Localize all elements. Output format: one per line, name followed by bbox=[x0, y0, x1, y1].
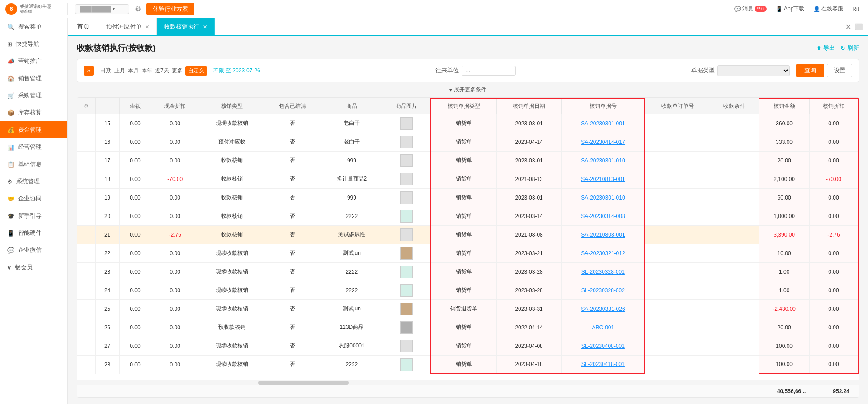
cell-verify-bill-date: 2023-03-14 bbox=[496, 207, 561, 225]
cell-verify-bill-no[interactable]: SL-20230328-002 bbox=[561, 281, 645, 299]
cell-verify-bill-type: 销货单 bbox=[431, 318, 496, 337]
col-receipt-order: 收款单订单号 bbox=[645, 98, 710, 114]
cell-product: 测试jun bbox=[321, 299, 382, 318]
collab-icon: 🤝 bbox=[7, 195, 14, 202]
cell-include-settled: 否 bbox=[264, 244, 321, 262]
expand-more-btn[interactable]: ▾ 展开更多条件 bbox=[449, 86, 486, 94]
cell-verify-amount: 10.00 bbox=[759, 244, 810, 262]
single-type-select[interactable] bbox=[717, 65, 790, 76]
this-year-btn[interactable]: 本年 bbox=[142, 67, 152, 75]
settings-icon[interactable]: ⚙ bbox=[135, 5, 141, 13]
sidebar-item-nav[interactable]: ⊞ 快捷导航 bbox=[0, 35, 67, 52]
sidebar-item-marketing[interactable]: 📣 营销推广 bbox=[0, 52, 67, 70]
table-row: 19 0.00 0.00 收款核销 否 999 销货单 2023-03-01 S… bbox=[77, 188, 858, 207]
last-month-btn[interactable]: 上月 bbox=[114, 67, 125, 75]
cell-verify-bill-no[interactable]: SA-20210808-001 bbox=[561, 225, 645, 244]
cell-verify-bill-no[interactable]: SL-20230328-001 bbox=[561, 262, 645, 281]
sidebar-item-wechat[interactable]: 💬 企业微信 bbox=[0, 242, 67, 259]
sidebar-item-search[interactable]: 🔍 搜索菜单 bbox=[0, 18, 67, 35]
cell-receipt-order bbox=[645, 207, 710, 225]
this-month-btn[interactable]: 本月 bbox=[128, 67, 139, 75]
sidebar-item-hardware[interactable]: 📱 智能硬件 bbox=[0, 224, 67, 242]
from-unit-input[interactable] bbox=[462, 66, 516, 76]
cell-verify-bill-type: 销货单 bbox=[431, 244, 496, 262]
cell-verify-amount: 100.00 bbox=[759, 337, 810, 355]
cell-cash-discount: 0.00 bbox=[151, 244, 199, 262]
cell-verify-bill-no[interactable]: SA-20230331-026 bbox=[561, 299, 645, 318]
sidebar-item-guide[interactable]: 🎓 新手引导 bbox=[0, 207, 67, 224]
sidebar-item-sales[interactable]: 🏠 销售管理 bbox=[0, 70, 67, 87]
sidebar-item-basic[interactable]: 📋 基础信息 bbox=[0, 156, 67, 173]
settings-btn[interactable]: 设置 bbox=[827, 64, 852, 77]
cell-settings bbox=[77, 207, 95, 225]
chevron-down-icon: ▾ bbox=[449, 87, 452, 93]
sidebar-item-inventory[interactable]: 📦 库存核算 bbox=[0, 104, 67, 121]
messages-btn[interactable]: 💬 消息 99+ bbox=[734, 5, 767, 13]
cell-cash-discount: -2.76 bbox=[151, 225, 199, 244]
cell-verify-bill-no[interactable]: SA-20230301-010 bbox=[561, 151, 645, 170]
cell-settings bbox=[77, 114, 95, 133]
sidebar-item-collab[interactable]: 🤝 企业协同 bbox=[0, 190, 67, 207]
tab-receipt-verify[interactable]: 收款核销执行 ✕ bbox=[157, 18, 215, 35]
online-service-btn[interactable]: 👤 在线客服 bbox=[813, 5, 843, 13]
cell-settings bbox=[77, 299, 95, 318]
sidebar-item-purchase[interactable]: 🛒 采购管理 bbox=[0, 87, 67, 104]
cell-product: 999 bbox=[321, 151, 382, 170]
custom-date-btn[interactable]: 自定义 bbox=[185, 66, 207, 76]
export-btn[interactable]: ⬆ 导出 bbox=[816, 44, 835, 52]
tab-prepay[interactable]: 预付冲应付单 ✕ bbox=[99, 18, 157, 35]
industry-btn[interactable]: 休验行业方案 bbox=[146, 3, 194, 15]
refresh-btn[interactable]: ↻ 刷新 bbox=[840, 44, 859, 52]
cell-balance: 0.00 bbox=[119, 188, 151, 207]
cell-verify-discount: 0.00 bbox=[809, 133, 858, 151]
cell-verify-bill-no[interactable]: SA-20230414-017 bbox=[561, 133, 645, 151]
cell-verify-bill-no[interactable]: SA-20230314-008 bbox=[561, 207, 645, 225]
sidebar-item-system[interactable]: ⚙ 系统管理 bbox=[0, 173, 67, 190]
tab-bar-right: ✕ ⬜ bbox=[845, 18, 868, 35]
table-row: 16 0.00 0.00 预付冲应收 否 老白干 销货单 2023-04-14 … bbox=[77, 133, 858, 151]
cell-verify-discount: 0.00 bbox=[809, 281, 858, 299]
filter-expand-btn[interactable]: » bbox=[84, 66, 94, 76]
sidebar-item-member[interactable]: V 畅会员 bbox=[0, 259, 67, 276]
date-range-display: 不限 至 2023-07-26 bbox=[213, 67, 260, 75]
date-filter-group: 日期 上月 本月 本年 近7天 更多 自定义 bbox=[100, 66, 207, 76]
col-settings[interactable]: ⚙ bbox=[77, 98, 95, 114]
sidebar-item-finance[interactable]: 💰 资金管理 bbox=[0, 121, 67, 138]
wechat-icon: 💬 bbox=[7, 247, 14, 254]
cell-verify-amount: 3,390.00 bbox=[759, 225, 810, 244]
company-name: ████████ bbox=[80, 6, 111, 12]
cell-cash-discount: 0.00 bbox=[151, 133, 199, 151]
maximize-icon[interactable]: ⬜ bbox=[855, 23, 863, 30]
search-btn[interactable]: 查询 bbox=[796, 64, 824, 77]
col-verify-discount: 核销折扣 bbox=[809, 98, 858, 114]
tab-close-receipt[interactable]: ✕ bbox=[203, 24, 207, 30]
cell-receipt-order bbox=[645, 133, 710, 151]
table-settings-icon[interactable]: ⚙ bbox=[84, 103, 89, 109]
cell-balance: 0.00 bbox=[119, 318, 151, 337]
cell-verify-bill-no[interactable]: SL-20230418-001 bbox=[561, 355, 645, 374]
cell-verify-bill-no[interactable]: SA-20230301-010 bbox=[561, 188, 645, 207]
cell-verify-bill-no[interactable]: SA-20230301-001 bbox=[561, 114, 645, 133]
cell-receipt-condition bbox=[710, 244, 759, 262]
single-type-label: 单据类型 bbox=[691, 67, 715, 75]
cell-verify-bill-no[interactable]: SA-20210813-001 bbox=[561, 170, 645, 188]
cell-product-img bbox=[382, 244, 431, 262]
last-7-days-btn[interactable]: 近7天 bbox=[155, 67, 169, 75]
sidebar-item-operations[interactable]: 📊 经营管理 bbox=[0, 138, 67, 156]
cell-verify-amount: 1,000.00 bbox=[759, 207, 810, 225]
tab-home[interactable]: 首页 bbox=[68, 18, 99, 35]
app-download-btn[interactable]: 📱 App下载 bbox=[776, 5, 804, 13]
cell-verify-bill-no[interactable]: ABC-001 bbox=[561, 318, 645, 337]
user-name[interactable]: Rit bbox=[852, 6, 859, 12]
cell-verify-bill-no[interactable]: SL-20230408-001 bbox=[561, 337, 645, 355]
company-selector[interactable]: ████████ ▾ bbox=[75, 4, 129, 14]
cell-verify-bill-no[interactable]: SA-20230321-012 bbox=[561, 244, 645, 262]
cell-product-img bbox=[382, 318, 431, 337]
close-window-icon[interactable]: ✕ bbox=[845, 23, 851, 31]
more-date-btn[interactable]: 更多 bbox=[172, 67, 183, 75]
tab-close-prepay[interactable]: ✕ bbox=[145, 24, 149, 30]
cell-cash-discount: 0.00 bbox=[151, 355, 199, 374]
cell-verify-bill-type: 销货单 bbox=[431, 151, 496, 170]
logo-icon: 6 bbox=[5, 3, 17, 15]
cell-balance: 0.00 bbox=[119, 151, 151, 170]
